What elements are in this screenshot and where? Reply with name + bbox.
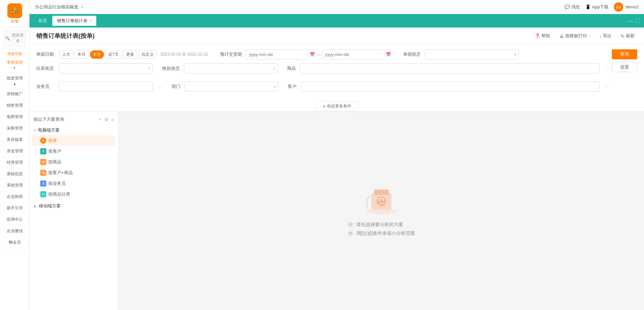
empty-hints: ① 请先选择要分析的方案 ② 用[过滤]条件来缩小分析范围	[347, 222, 415, 239]
export-button[interactable]: ↓ 导出	[597, 32, 614, 40]
sidebar-item-enterprise-wechat[interactable]: 企业微信	[0, 225, 29, 237]
sidebar-item-system[interactable]: 系统管理	[0, 180, 29, 191]
product-dots[interactable]: ···	[605, 66, 609, 71]
svg-rect-2	[374, 190, 389, 195]
app-title-dropdown[interactable]: ▾	[81, 5, 83, 9]
sidebar-item-app-center[interactable]: 应用中心	[0, 214, 29, 225]
date-btn-this-month[interactable]: 本月	[74, 50, 89, 59]
tab-minimize-btn[interactable]: —	[628, 18, 633, 23]
tree-icon-by-customer-product: 客	[40, 170, 46, 176]
salesperson-dots[interactable]: ···	[158, 84, 162, 89]
date-btn-this-year[interactable]: 本年	[90, 50, 104, 59]
sidebar-item-wholesale[interactable]: 批发管理 ▲	[0, 73, 29, 89]
settings-button[interactable]: 设置	[612, 62, 637, 72]
shipment-select[interactable]	[59, 63, 153, 73]
help-label: 帮助	[541, 33, 550, 39]
sidebar-item-sales[interactable]: 销售管理	[0, 100, 29, 111]
tree-label-by-customer: 按客户	[48, 148, 61, 154]
sidebar-item-ecommerce[interactable]: 电商管理	[0, 111, 29, 123]
sidebar: 🐝 标服 🔍 搜索菜单 快捷导航 零售管理 ▼ 批发管理 ▲ 营销推广 销售管理…	[0, 0, 30, 310]
date-label: 单据日期	[36, 51, 55, 57]
page-actions: ❓ 帮助 🖨 按模板打印 ▾ ↓ 导出 ↻ 刷新	[532, 32, 638, 40]
date-btn-more[interactable]: 更多	[123, 50, 137, 59]
mobile-scheme-group: ▶ 移动端方案	[30, 201, 118, 211]
search-menu-button[interactable]: 🔍 搜索菜单	[3, 30, 26, 46]
sidebar-item-marketing[interactable]: 营销推广	[0, 89, 29, 100]
refresh-icon: ↻	[621, 34, 625, 39]
date-btn-last-month[interactable]: 上月	[59, 50, 73, 59]
help-button[interactable]: ❓ 帮助	[532, 32, 553, 40]
department-label: 部门	[172, 84, 180, 90]
status-select[interactable]	[425, 49, 519, 59]
print-button[interactable]: 🖨 按模板打印 ▾	[557, 32, 593, 40]
tab-sales-order-stats[interactable]: 销售订单统计表 ×	[52, 16, 96, 26]
mobile-group-arrow: ▶	[34, 204, 37, 208]
user-profile[interactable]: Ea demo2	[614, 2, 639, 12]
sidebar-item-inventory[interactable]: 库存核算	[0, 134, 29, 146]
sidebar-item-purchase[interactable]: 采购管理	[0, 123, 29, 134]
refresh-button[interactable]: ↻ 刷新	[618, 32, 637, 40]
collapse-button[interactable]: ∧ 收起更多条件	[316, 101, 358, 111]
tree-label-by-salesperson: 按业务员	[48, 180, 66, 187]
wholesale-arrow: ▲	[13, 82, 16, 86]
department-select[interactable]	[184, 82, 278, 92]
status-label: 单据状态	[403, 51, 421, 57]
customer-input[interactable]	[301, 82, 600, 92]
tree-item-by-salesperson[interactable]: 业 按业务员	[32, 178, 115, 189]
salesperson-input[interactable]	[59, 82, 153, 92]
sidebar-item-guide[interactable]: 新手引导	[0, 203, 29, 214]
tree-label-by-category: 按商品分类	[48, 191, 70, 197]
tab-close-icon[interactable]: ×	[90, 19, 92, 23]
tree-item-by-customer-product[interactable]: 客 按客户+商品	[32, 167, 115, 178]
top-header: 办公用品行业模拟账套 ▾ 💬 消息 📱 App下载 Ea demo2	[30, 0, 644, 14]
tree-item-by-category[interactable]: 分 按商品分类	[32, 189, 115, 200]
left-panel-collapse-button[interactable]: «	[111, 117, 114, 122]
system-label: 系统管理	[7, 183, 23, 188]
desktop-scheme-group: ▾ 电脑端方案 按 按单 客 按客户 商 按商品	[30, 125, 118, 200]
print-label: 按模板打印	[565, 33, 587, 39]
left-panel-add-button[interactable]: +	[99, 117, 102, 122]
tree-icon-by-customer: 客	[40, 148, 46, 154]
sidebar-item-enterprise[interactable]: 企业协同	[0, 191, 29, 203]
expected-date-end-input[interactable]	[322, 49, 384, 59]
sidebar-item-finance[interactable]: 资金管理	[0, 146, 29, 157]
tab-maximize-btn[interactable]: ⛶	[635, 18, 640, 23]
date-btn-last7[interactable]: 近7天	[105, 50, 122, 59]
search-menu-label: 搜索菜单	[11, 33, 24, 44]
mobile-group-header[interactable]: ▶ 移动端方案	[32, 201, 115, 211]
cal-icon-1: 📅	[310, 52, 315, 57]
operations-label: 经营管理	[7, 160, 23, 165]
enterprise-wechat-label: 企业微信	[7, 228, 23, 234]
desktop-group-header[interactable]: ▾ 电脑端方案	[32, 125, 115, 135]
left-panel-title: 按以下方案查询	[34, 116, 64, 122]
tree-icon-by-category: 分	[40, 191, 46, 197]
sidebar-item-basic-info[interactable]: 基础信息	[0, 168, 29, 180]
mobile-group-label: 移动端方案	[39, 203, 61, 209]
message-button[interactable]: 💬 消息	[565, 4, 580, 10]
query-button[interactable]: 查询	[612, 49, 637, 59]
tree-item-by-order[interactable]: 按 按单	[32, 135, 115, 146]
sidebar-item-retail[interactable]: 零售管理 ▼	[0, 57, 29, 73]
app-center-label: 应用中心	[7, 217, 23, 222]
sidebar-item-operations[interactable]: 经营管理	[0, 157, 29, 168]
app-download-button[interactable]: 📱 App下载	[585, 4, 608, 10]
sales-label: 销售管理	[7, 103, 23, 108]
tree-item-by-customer[interactable]: 客 按客户	[32, 146, 115, 157]
tree-item-by-product[interactable]: 商 按商品	[32, 157, 115, 167]
sidebar-item-member[interactable]: 畅会员	[0, 237, 29, 248]
collapse-row: ∧ 收起更多条件	[36, 98, 637, 111]
print-arrow-icon: ▾	[588, 34, 590, 38]
left-panel-settings-button[interactable]: ⚙	[104, 117, 109, 122]
shipment-label: 出库状态	[36, 65, 55, 71]
product-input[interactable]	[300, 63, 600, 73]
basic-info-label: 基础信息	[7, 171, 23, 177]
payment-select[interactable]	[184, 63, 278, 73]
customer-dots[interactable]: ···	[605, 84, 609, 89]
filter-fields: 单据日期 上月 本月 本年 近7天 更多 自定义 2023-01-01 至 20…	[36, 49, 609, 96]
tab-home[interactable]: 首页	[34, 16, 52, 26]
hint-text-2: 用[过滤]条件来缩小分析范围	[356, 230, 415, 237]
tab-bar-right: — ⛶	[628, 18, 640, 23]
expected-date-start-input[interactable]	[246, 49, 308, 59]
filter-line-3: 业务员 ··· 部门 ▾ 客户 ···	[36, 82, 609, 96]
date-btn-custom[interactable]: 自定义	[139, 50, 157, 59]
